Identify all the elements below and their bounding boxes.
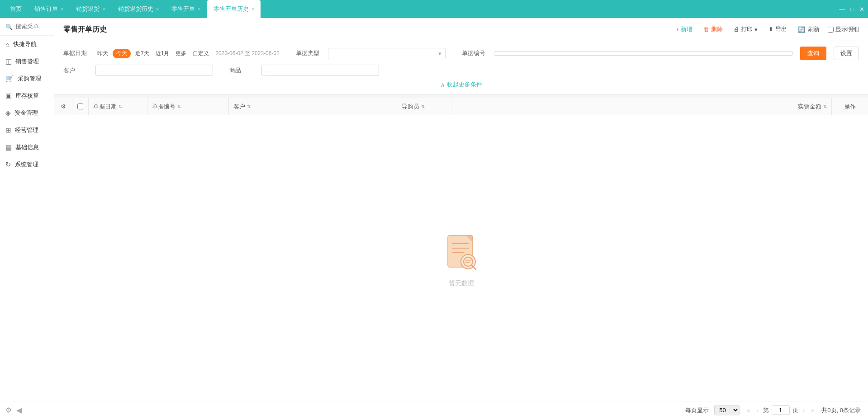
th-customer[interactable]: 客户 ⇅: [229, 98, 397, 115]
th-date[interactable]: 单据日期 ⇅: [89, 98, 147, 115]
th-guide-sort-icon[interactable]: ⇅: [421, 104, 425, 109]
date-opt-today[interactable]: 今天: [113, 49, 131, 58]
date-opt-1month[interactable]: 近1月: [154, 49, 171, 58]
collapse-label: 收起更多条件: [447, 80, 482, 89]
tab-retail-history-close[interactable]: ×: [251, 6, 254, 12]
sidebar-item-inventory[interactable]: ▣ 库存核算: [0, 87, 54, 104]
sidebar-item-operations-label: 经营管理: [15, 126, 38, 134]
sidebar-item-base-info-label: 基础信息: [15, 143, 39, 151]
table-footer: 每页显示 50 10 20 100 « ‹ 第 页 › » 共0页, 0条记录: [54, 401, 868, 419]
print-button[interactable]: 🖨 打印 ▾: [731, 24, 761, 35]
delete-button[interactable]: 🗑 删除: [701, 24, 726, 35]
bill-no-input[interactable]: [494, 51, 793, 56]
bill-type-select[interactable]: ▾: [328, 48, 446, 59]
operations-icon: ⊞: [5, 126, 11, 134]
print-button-label: 🖨 打印: [734, 25, 753, 33]
collapse-sidebar-icon[interactable]: ◀: [16, 406, 22, 414]
tab-sales-return[interactable]: 销货退货 ×: [70, 0, 111, 18]
tab-retail-open[interactable]: 零售开单 ×: [165, 0, 207, 18]
finance-icon: ◈: [5, 109, 11, 117]
tab-sales-order-close[interactable]: ×: [61, 6, 63, 12]
prev-page-button[interactable]: ‹: [754, 406, 760, 414]
date-opt-yesterday[interactable]: 昨天: [95, 49, 110, 58]
sidebar-item-base-info[interactable]: ▤ 基础信息: [0, 139, 54, 156]
tab-sales-order[interactable]: 销售订单 ×: [28, 0, 70, 18]
tab-sales-return-close[interactable]: ×: [102, 6, 105, 12]
setting-button[interactable]: 设置: [834, 47, 859, 60]
th-checkbox[interactable]: [72, 98, 89, 115]
th-amount-sort-icon[interactable]: ⇅: [823, 104, 827, 109]
customer-input[interactable]: …: [95, 65, 213, 76]
page-size-select[interactable]: 50 10 20 100: [714, 405, 740, 415]
filter-row-2: 客户 … 商品 …: [63, 65, 859, 76]
date-filter-label: 单据日期: [63, 49, 88, 57]
filter-area: 单据日期 昨天 今天 近7天 近1月 更多 自定义 2023-06-02 至 2…: [54, 41, 868, 94]
refresh-button[interactable]: 🔄 🔄 刷新 刷新: [795, 24, 822, 35]
th-spacer: [451, 98, 778, 115]
table-header: ⚙ 单据日期 ⇅ 单据编号 ⇅ 客户 ⇅ 导购员: [54, 98, 868, 115]
show-detail-label: 显示明细: [835, 25, 859, 33]
export-button[interactable]: ⬆ 导出: [766, 24, 790, 35]
tab-retail-history[interactable]: 零售开单历史 ×: [207, 0, 261, 18]
page-size-label: 每页显示: [685, 406, 709, 414]
export-button-label: ⬆ 导出: [768, 25, 787, 33]
show-detail-checkbox[interactable]: [828, 27, 834, 33]
show-detail-toggle[interactable]: 显示明细: [828, 25, 859, 33]
column-settings-icon[interactable]: ⚙: [61, 103, 66, 110]
tab-sales-return-history-close[interactable]: ×: [156, 6, 159, 12]
sidebar-item-system[interactable]: ↻ 系统管理: [0, 156, 54, 173]
sidebar-item-operations[interactable]: ⊞ 经营管理: [0, 122, 54, 139]
th-amount[interactable]: 实销金额 ⇅: [778, 98, 832, 115]
collapse-area: ∧ 收起更多条件: [63, 80, 859, 89]
tab-retail-history-label: 零售开单历史: [213, 5, 249, 13]
settings-bottom-icon[interactable]: ⚙: [5, 406, 12, 414]
date-opt-custom[interactable]: 自定义: [191, 49, 211, 58]
sidebar-item-finance[interactable]: ◈ 资金管理: [0, 104, 54, 122]
th-guide[interactable]: 导购员 ⇅: [397, 98, 451, 115]
sidebar-item-quick-nav-label: 快捷导航: [13, 40, 37, 48]
sidebar-item-sales-mgmt[interactable]: ◫ 销售管理: [0, 53, 54, 70]
window-controls: — □ ✕: [839, 6, 864, 13]
purchase-icon: 🛒: [5, 75, 14, 83]
goods-input[interactable]: …: [261, 65, 379, 76]
sidebar-search[interactable]: 🔍 搜索采单: [0, 18, 54, 36]
last-page-button[interactable]: »: [809, 406, 816, 414]
tab-sales-return-label: 销货退货: [76, 5, 100, 13]
add-button[interactable]: + 新增: [673, 24, 695, 35]
next-page-button[interactable]: ›: [801, 406, 806, 414]
sidebar: 🔍 搜索采单 ⌂ 快捷导航 ◫ 销售管理 🛒 采购管理 ▣ 库存核算 ◈ 资金管…: [0, 18, 54, 419]
collapse-button[interactable]: ∧ 收起更多条件: [441, 80, 482, 89]
sidebar-item-finance-label: 资金管理: [14, 109, 38, 117]
th-date-sort-icon[interactable]: ⇅: [119, 104, 122, 109]
tab-sales-return-history[interactable]: 销货退货历史 ×: [112, 0, 165, 18]
table-area: ⚙ 单据日期 ⇅ 单据编号 ⇅ 客户 ⇅ 导购员: [54, 98, 868, 419]
tab-retail-open-label: 零售开单: [171, 5, 195, 13]
window-maximize[interactable]: □: [850, 6, 854, 13]
th-customer-sort-icon[interactable]: ⇅: [247, 104, 251, 109]
th-billno[interactable]: 单据编号 ⇅: [147, 98, 229, 115]
th-gear[interactable]: ⚙: [54, 98, 72, 115]
page-number-input[interactable]: [772, 405, 790, 415]
page-header: 零售开单历史 + 新增 🗑 删除 🖨 打印 ▾ ⬆ 导出 🔄 🔄 刷新: [54, 18, 868, 41]
sidebar-item-quick-nav[interactable]: ⌂ 快捷导航: [0, 36, 54, 53]
inventory-icon: ▣: [5, 92, 12, 100]
base-info-icon: ▤: [5, 143, 12, 151]
page-suffix: 页: [792, 406, 798, 414]
th-billno-sort-icon[interactable]: ⇅: [177, 104, 181, 109]
tab-retail-open-close[interactable]: ×: [198, 6, 200, 12]
sidebar-item-purchase-mgmt[interactable]: 🛒 采购管理: [0, 70, 54, 87]
page-label: 第: [763, 406, 769, 414]
window-close[interactable]: ✕: [859, 6, 864, 13]
first-page-button[interactable]: «: [745, 406, 752, 414]
query-button[interactable]: 查询: [800, 47, 826, 60]
date-opt-7days[interactable]: 近7天: [133, 49, 151, 58]
window-minimize[interactable]: —: [839, 6, 845, 13]
tab-home[interactable]: 首页: [4, 0, 28, 18]
system-icon: ↻: [5, 160, 11, 169]
page-title: 零售开单历史: [63, 25, 107, 40]
add-button-label: + 新增: [676, 25, 693, 33]
empty-illustration: [439, 229, 484, 274]
th-customer-label: 客户: [233, 103, 245, 111]
select-all-checkbox[interactable]: [77, 104, 83, 109]
date-opt-more[interactable]: 更多: [174, 49, 188, 58]
